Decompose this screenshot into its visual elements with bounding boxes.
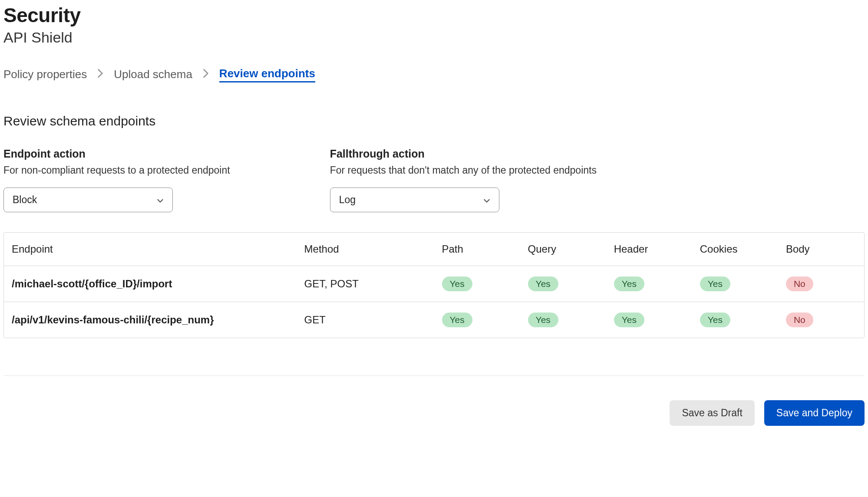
col-header-body: Body xyxy=(778,233,864,266)
fallthrough-action-selected-value: Log xyxy=(339,194,356,206)
method-cell: GET xyxy=(297,302,434,338)
fallthrough-action-description: For requests that don't match any of the… xyxy=(330,165,597,176)
fallthrough-action-label: Fallthrough action xyxy=(330,148,597,160)
status-pill: Yes xyxy=(528,276,558,291)
body-cell: No xyxy=(778,302,864,338)
breadcrumb-step-upload-schema[interactable]: Upload schema xyxy=(114,68,192,81)
col-header-method: Method xyxy=(297,233,434,266)
status-pill: Yes xyxy=(442,276,472,291)
fallthrough-action-block: Fallthrough action For requests that don… xyxy=(330,148,597,212)
method-cell: GET, POST xyxy=(297,266,434,302)
endpoint-cell: /michael-scott/{office_ID}/import xyxy=(4,266,297,302)
breadcrumb: Policy properties Upload schema Review e… xyxy=(3,67,865,82)
fallthrough-action-select[interactable]: Log xyxy=(330,188,499,212)
section-heading: Review schema endpoints xyxy=(3,114,865,128)
footer-actions: Save as Draft Save and Deploy xyxy=(3,400,865,426)
status-pill: Yes xyxy=(614,276,644,291)
query-cell: Yes xyxy=(520,302,606,338)
chevron-right-icon xyxy=(97,69,103,80)
status-pill: Yes xyxy=(614,313,644,327)
status-pill: Yes xyxy=(700,276,730,291)
caret-down-icon xyxy=(157,194,164,206)
breadcrumb-step-review-endpoints[interactable]: Review endpoints xyxy=(219,67,315,82)
path-cell: Yes xyxy=(434,302,520,338)
endpoint-cell: /api/v1/kevins-famous-chili/{recipe_num} xyxy=(4,302,297,338)
col-header-endpoint: Endpoint xyxy=(4,233,297,266)
page-title: Security xyxy=(3,4,865,26)
caret-down-icon xyxy=(483,194,490,206)
endpoint-action-label: Endpoint action xyxy=(3,148,230,160)
col-header-header: Header xyxy=(606,233,692,266)
status-pill: Yes xyxy=(700,313,730,327)
status-pill: Yes xyxy=(528,313,558,327)
path-cell: Yes xyxy=(434,266,520,302)
status-pill: No xyxy=(786,276,813,291)
save-and-deploy-button[interactable]: Save and Deploy xyxy=(764,400,865,426)
body-cell: No xyxy=(778,266,864,302)
cookies-cell: Yes xyxy=(692,302,778,338)
endpoint-action-block: Endpoint action For non-compliant reques… xyxy=(3,148,230,212)
endpoints-table: Endpoint Method Path Query Header Cookie… xyxy=(3,232,865,338)
chevron-right-icon xyxy=(203,69,209,80)
header-cell: Yes xyxy=(606,302,692,338)
col-header-cookies: Cookies xyxy=(692,233,778,266)
endpoint-action-description: For non-compliant requests to a protecte… xyxy=(3,165,230,176)
cookies-cell: Yes xyxy=(692,266,778,302)
endpoint-action-selected-value: Block xyxy=(13,194,37,206)
table-row: /api/v1/kevins-famous-chili/{recipe_num}… xyxy=(4,302,864,338)
col-header-path: Path xyxy=(434,233,520,266)
status-pill: Yes xyxy=(442,313,472,327)
breadcrumb-step-policy-properties[interactable]: Policy properties xyxy=(3,68,87,81)
page-subtitle: API Shield xyxy=(3,29,865,46)
status-pill: No xyxy=(786,313,813,327)
table-row: /michael-scott/{office_ID}/importGET, PO… xyxy=(4,266,864,302)
divider xyxy=(3,375,865,376)
endpoint-action-select[interactable]: Block xyxy=(3,188,173,212)
query-cell: Yes xyxy=(520,266,606,302)
header-cell: Yes xyxy=(606,266,692,302)
save-as-draft-button[interactable]: Save as Draft xyxy=(670,400,754,426)
col-header-query: Query xyxy=(520,233,606,266)
